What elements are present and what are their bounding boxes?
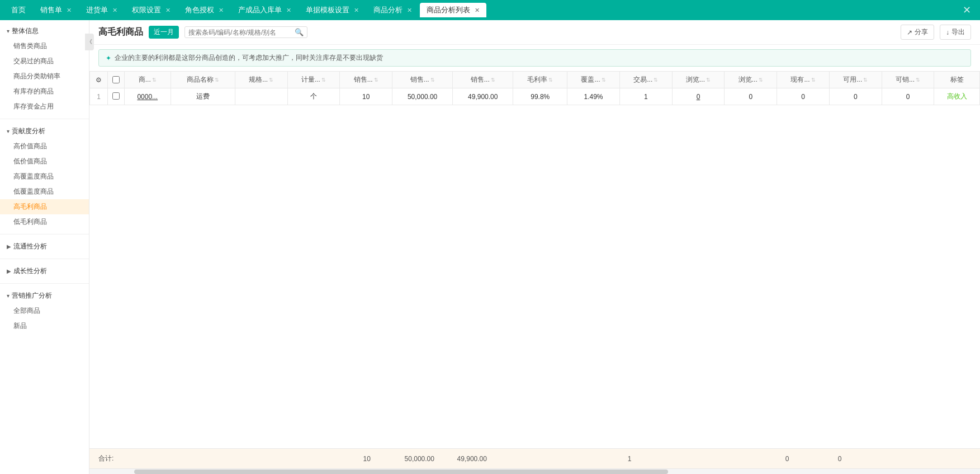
col-sales-net[interactable]: 销售...⇅ — [453, 72, 513, 88]
info-bar: ✦ 企业的主要的利润都是这部分商品创造的，可考虑加大推广，同时关注库存是不要出现… — [98, 49, 971, 67]
row-checkbox[interactable] — [112, 92, 120, 100]
sidebar-item-high-coverage[interactable]: 高覆盖度商品 — [0, 169, 89, 184]
sidebar-item-new-goods[interactable]: 新品 — [0, 318, 89, 334]
select-all-checkbox[interactable] — [112, 76, 120, 83]
footer-cell-trade: 1 — [603, 455, 656, 463]
sidebar-item-traded-goods[interactable]: 交易过的商品 — [0, 54, 89, 69]
col-unit[interactable]: 计量...⇅ — [287, 72, 340, 88]
close-icon[interactable]: ✕ — [67, 7, 72, 14]
col-available[interactable]: 可用...⇅ — [829, 72, 882, 88]
col-current[interactable]: 现有...⇅ — [777, 72, 830, 88]
sidebar-section-liquidity: ▶ 流通性分析 — [0, 236, 89, 257]
close-all-button[interactable]: ✕ — [958, 4, 976, 16]
nav-tab-roles[interactable]: 角色授权 ✕ — [178, 3, 230, 17]
share-icon: ↗ — [907, 29, 912, 36]
sidebar-section-title-growth[interactable]: ▶ 成长性分析 — [0, 264, 89, 279]
nav-tab-analysis[interactable]: 商品分析 ✕ — [367, 3, 419, 17]
nav-tab-sales[interactable]: 销售单 ✕ — [34, 3, 78, 17]
col-tag[interactable]: 标签 — [934, 72, 980, 88]
info-text: 企业的主要的利润都是这部分商品创造的，可考虑加大推广，同时关注库存是不要出现缺货 — [115, 53, 383, 63]
sidebar-section-title-liquidity[interactable]: ▶ 流通性分析 — [0, 239, 89, 254]
nav-tab-purchase[interactable]: 进货单 ✕ — [79, 3, 124, 17]
footer-bar: 合计: 10 50,000.00 49,900.00 1 0 0 — [89, 448, 980, 468]
top-nav: 首页 销售单 ✕ 进货单 ✕ 权限设置 ✕ 角色授权 ✕ 产成品入库单 ✕ 单据… — [0, 0, 980, 20]
footer-cell-sales-qty: 10 — [340, 455, 393, 463]
chevron-down-icon: ▾ — [7, 28, 10, 34]
footer-cell-empty4 — [288, 455, 340, 463]
col-trade[interactable]: 交易...⇅ — [619, 72, 672, 88]
sidebar-item-high-margin[interactable]: 高毛利商品 — [0, 199, 89, 214]
close-icon[interactable]: ✕ — [219, 7, 224, 14]
close-icon[interactable]: ✕ — [407, 7, 412, 14]
page-title: 高毛利商品 — [98, 26, 143, 38]
nav-tab-template[interactable]: 单据模板设置 ✕ — [299, 3, 366, 17]
cell-available: 0 — [829, 88, 882, 105]
sidebar-item-high-value[interactable]: 高价值商品 — [0, 139, 89, 154]
sidebar-item-low-margin[interactable]: 低毛利商品 — [0, 214, 89, 229]
nav-tab-warehouse[interactable]: 产成品入库单 ✕ — [231, 3, 298, 17]
search-icon[interactable]: 🔍 — [295, 28, 304, 36]
export-button[interactable]: ↓ 导出 — [940, 25, 971, 40]
col-code[interactable]: 商...⇅ — [125, 72, 171, 88]
footer-cell-empty6 — [551, 455, 603, 463]
sidebar-collapse-button[interactable]: 《 — [85, 34, 94, 50]
cell-saleable: 0 — [882, 88, 934, 105]
sidebar-item-low-value[interactable]: 低价值商品 — [0, 154, 89, 169]
sidebar-item-in-stock[interactable]: 有库存的商品 — [0, 84, 89, 99]
col-saleable[interactable]: 可销...⇅ — [882, 72, 934, 88]
sidebar-section-growth: ▶ 成长性分析 — [0, 260, 89, 282]
share-button[interactable]: ↗ 分享 — [901, 25, 934, 40]
scrollbar-thumb[interactable] — [134, 470, 669, 474]
footer-cell-empty9 — [919, 455, 971, 463]
close-icon[interactable]: ✕ — [475, 7, 480, 14]
footer-cell-empty7 — [708, 455, 761, 463]
cell-tag: 高收入 — [934, 88, 980, 105]
col-checkbox[interactable] — [108, 72, 125, 88]
col-browse2[interactable]: 浏览...⇅ — [725, 72, 777, 88]
close-icon[interactable]: ✕ — [354, 7, 359, 14]
horizontal-scrollbar[interactable] — [89, 468, 980, 474]
col-gross-rate[interactable]: 毛利率⇅ — [513, 72, 567, 88]
period-button-month[interactable]: 近一月 — [149, 26, 179, 39]
sidebar: ▾ 整体信息 销售类商品 交易过的商品 商品分类助销率 有库存的商品 库存资金占… — [0, 20, 89, 474]
sidebar-item-category-rate[interactable]: 商品分类助销率 — [0, 69, 89, 84]
col-sales-qty[interactable]: 销售...⇅ — [340, 72, 392, 88]
col-settings[interactable]: ⚙ — [90, 72, 108, 88]
col-spec[interactable]: 规格...⇅ — [235, 72, 287, 88]
close-icon[interactable]: ✕ — [112, 7, 117, 14]
col-sales-amount[interactable]: 销售...⇅ — [392, 72, 453, 88]
sidebar-item-all-goods[interactable]: 全部商品 — [0, 303, 89, 318]
content-area: 高毛利商品 近一月 🔍 ↗ 分享 ↓ 导出 — [89, 20, 980, 474]
close-icon[interactable]: ✕ — [286, 7, 291, 14]
sidebar-section-title-contribution[interactable]: ▾ 贡献度分析 — [0, 124, 89, 139]
footer-cell-empty2 — [183, 455, 235, 463]
nav-tab-home[interactable]: 首页 — [4, 3, 32, 17]
footer-label: 合计: — [98, 454, 113, 463]
footer-cell-browse1 — [656, 455, 708, 463]
tip-icon: ✦ — [106, 54, 111, 62]
chevron-down-icon: ▾ — [7, 293, 10, 299]
cell-checkbox[interactable] — [108, 88, 125, 105]
footer-cells: 10 50,000.00 49,900.00 1 0 0 — [130, 455, 971, 463]
nav-tab-permissions[interactable]: 权限设置 ✕ — [125, 3, 177, 17]
cell-sales-qty: 10 — [340, 88, 392, 105]
col-name[interactable]: 商品名称⇅ — [171, 72, 235, 88]
cell-code[interactable]: 0000... — [125, 88, 171, 105]
sidebar-item-stock-capital[interactable]: 库存资金占用 — [0, 99, 89, 114]
nav-tab-analysis-list[interactable]: 商品分析列表 ✕ — [420, 3, 486, 17]
cell-current: 0 — [777, 88, 830, 105]
table-container: ⚙ 商...⇅ 商品名称⇅ 规 — [89, 71, 980, 448]
footer-cell-empty5 — [498, 455, 551, 463]
search-input[interactable] — [188, 29, 295, 36]
col-coverage[interactable]: 覆盖...⇅ — [567, 72, 620, 88]
footer-cell-empty8 — [866, 455, 919, 463]
footer-cell-current: 0 — [761, 455, 813, 463]
close-icon[interactable]: ✕ — [165, 7, 171, 14]
cell-browse1[interactable]: 0 — [672, 88, 725, 105]
col-browse1[interactable]: 浏览...⇅ — [672, 72, 725, 88]
sidebar-section-title-marketing[interactable]: ▾ 营销推广分析 — [0, 288, 89, 303]
sidebar-item-sales-goods[interactable]: 销售类商品 — [0, 39, 89, 54]
sidebar-section-title-overall[interactable]: ▾ 整体信息 — [0, 24, 89, 39]
chevron-right-icon: ▶ — [7, 243, 11, 250]
sidebar-item-low-coverage[interactable]: 低覆盖度商品 — [0, 184, 89, 199]
